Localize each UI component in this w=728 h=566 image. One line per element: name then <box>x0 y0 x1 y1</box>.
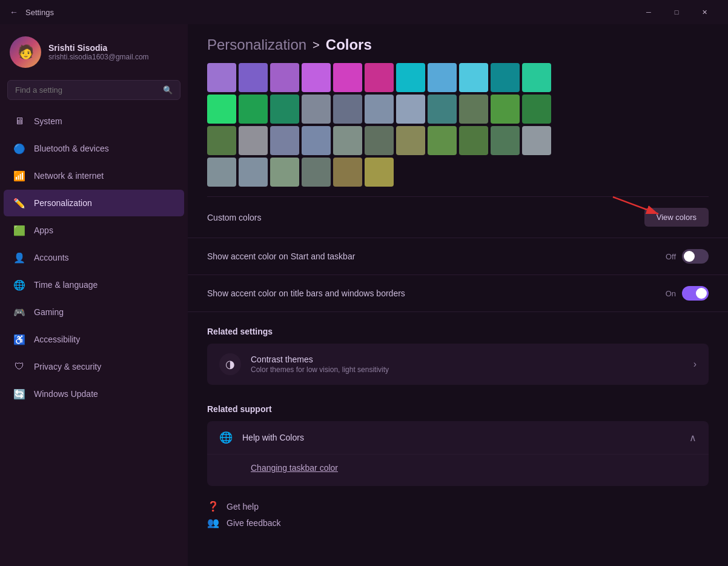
color-swatch-32[interactable] <box>522 126 551 155</box>
color-swatch-35[interactable] <box>270 158 299 187</box>
sidebar-item-accounts[interactable]: 👤 Accounts <box>4 244 184 271</box>
sidebar-item-label-update: Windows Update <box>34 389 98 399</box>
color-swatch-33[interactable] <box>207 158 236 187</box>
maximize-button[interactable]: □ <box>663 2 690 22</box>
color-swatch-27[interactable] <box>365 126 394 155</box>
sidebar-item-update[interactable]: 🔄 Windows Update <box>4 381 184 407</box>
contrast-themes-card[interactable]: ◑ Contrast themes Color themes for low v… <box>207 344 709 385</box>
custom-colors-row-container: Custom colors View colors <box>188 197 728 238</box>
titlebar: ← Settings ─ □ ✕ <box>0 0 728 24</box>
color-swatch-23[interactable] <box>239 126 268 155</box>
color-swatch-25[interactable] <box>302 126 331 155</box>
color-grid-section <box>188 63 728 196</box>
custom-colors-row: Custom colors View colors <box>188 197 728 238</box>
give-feedback-link[interactable]: 👥 Give feedback <box>207 517 709 528</box>
search-input[interactable] <box>15 85 158 95</box>
titlebar-controls: ─ □ ✕ <box>635 2 718 22</box>
color-swatch-16[interactable] <box>365 95 394 124</box>
color-swatch-29[interactable] <box>428 126 457 155</box>
color-swatch-24[interactable] <box>270 126 299 155</box>
color-swatch-15[interactable] <box>333 95 362 124</box>
sidebar-item-gaming[interactable]: 🎮 Gaming <box>4 299 184 325</box>
color-swatch-34[interactable] <box>239 158 268 187</box>
sidebar-item-label-accounts: Accounts <box>34 253 69 262</box>
color-swatch-10[interactable] <box>522 63 551 92</box>
color-grid <box>207 63 709 187</box>
accent-titlebar-toggle[interactable] <box>682 286 709 301</box>
color-swatch-38[interactable] <box>365 158 394 187</box>
sidebar-item-system[interactable]: 🖥 System <box>4 108 184 135</box>
titlebar-left: ← Settings <box>10 7 54 17</box>
sidebar-item-apps[interactable]: 🟩 Apps <box>4 217 184 244</box>
color-swatch-19[interactable] <box>459 95 488 124</box>
color-swatch-12[interactable] <box>239 95 268 124</box>
contrast-icon: ◑ <box>219 353 241 375</box>
color-swatch-26[interactable] <box>333 126 362 155</box>
accounts-icon: 👤 <box>13 251 25 264</box>
color-swatch-21[interactable] <box>522 95 551 124</box>
color-swatch-0[interactable] <box>207 63 236 92</box>
sidebar-item-personalization[interactable]: ✏️ Personalization <box>4 190 184 216</box>
color-swatch-1[interactable] <box>239 63 268 92</box>
accent-taskbar-toggle-container: Off <box>666 249 709 264</box>
color-swatch-2[interactable] <box>270 63 299 92</box>
help-card-icon: 🌐 <box>219 431 233 444</box>
color-swatch-8[interactable] <box>459 63 488 92</box>
color-swatch-22[interactable] <box>207 126 236 155</box>
color-swatch-17[interactable] <box>396 95 425 124</box>
help-card-title: Help with Colors <box>242 433 304 442</box>
contrast-themes-title: Contrast themes <box>251 355 389 364</box>
help-card: 🌐 Help with Colors ∧ Changing taskbar co… <box>207 421 709 486</box>
color-swatch-20[interactable] <box>491 95 520 124</box>
sidebar-item-bluetooth[interactable]: 🔵 Bluetooth & devices <box>4 135 184 162</box>
color-swatch-14[interactable] <box>302 95 331 124</box>
give-feedback-icon: 👥 <box>207 517 219 528</box>
related-support-header: Related support <box>188 390 728 421</box>
sidebar-item-label-system: System <box>34 116 62 126</box>
personalization-icon: ✏️ <box>13 197 25 209</box>
color-swatch-11[interactable] <box>207 95 236 124</box>
accent-taskbar-toggle[interactable] <box>682 249 709 264</box>
close-button[interactable]: ✕ <box>690 2 718 22</box>
color-swatch-7[interactable] <box>428 63 457 92</box>
color-swatch-9[interactable] <box>491 63 520 92</box>
user-section: 🧑 Srishti Sisodia srishti.sisodia1603@gm… <box>0 29 188 80</box>
color-swatch-5[interactable] <box>365 63 394 92</box>
color-swatch-37[interactable] <box>333 158 362 187</box>
bluetooth-icon: 🔵 <box>13 142 25 155</box>
changing-taskbar-color-link[interactable]: Changing taskbar color <box>251 457 697 479</box>
bottom-links: ❓ Get help 👥 Give feedback <box>188 491 728 538</box>
get-help-link[interactable]: ❓ Get help <box>207 501 709 512</box>
color-swatch-28[interactable] <box>396 126 425 155</box>
sidebar-item-privacy[interactable]: 🛡 Privacy & security <box>4 353 184 380</box>
search-box[interactable]: 🔍 <box>7 80 180 100</box>
sidebar-item-accessibility[interactable]: ♿ Accessibility <box>4 326 184 353</box>
color-swatch-36[interactable] <box>302 158 331 187</box>
color-swatch-31[interactable] <box>491 126 520 155</box>
color-swatch-4[interactable] <box>333 63 362 92</box>
color-swatch-30[interactable] <box>459 126 488 155</box>
view-colors-button[interactable]: View colors <box>644 208 709 227</box>
sidebar-item-time[interactable]: 🌐 Time & language <box>4 271 184 298</box>
breadcrumb-separator: > <box>313 38 320 52</box>
custom-colors-label: Custom colors <box>207 213 261 222</box>
color-swatch-3[interactable] <box>302 63 331 92</box>
titlebar-title: Settings <box>25 8 54 17</box>
sidebar-item-network[interactable]: 📶 Network & internet <box>4 162 184 189</box>
give-feedback-label: Give feedback <box>227 518 281 528</box>
avatar: 🧑 <box>10 36 41 68</box>
color-swatch-13[interactable] <box>270 95 299 124</box>
contrast-chevron-icon: › <box>693 359 697 370</box>
contrast-themes-info: Contrast themes Color themes for low vis… <box>251 355 389 374</box>
color-swatch-6[interactable] <box>396 63 425 92</box>
minimize-button[interactable]: ─ <box>635 2 663 22</box>
user-email: srishti.sisodia1603@gmail.com <box>48 53 149 61</box>
sidebar-item-label-personalization: Personalization <box>34 198 92 208</box>
back-icon[interactable]: ← <box>10 7 18 17</box>
breadcrumb: Personalization > Colors <box>188 24 728 63</box>
help-card-header[interactable]: 🌐 Help with Colors ∧ <box>207 421 709 454</box>
color-swatch-18[interactable] <box>428 95 457 124</box>
help-card-content: Changing taskbar color <box>207 454 709 486</box>
get-help-icon: ❓ <box>207 501 219 512</box>
accent-titlebar-toggle-container: On <box>666 286 709 301</box>
